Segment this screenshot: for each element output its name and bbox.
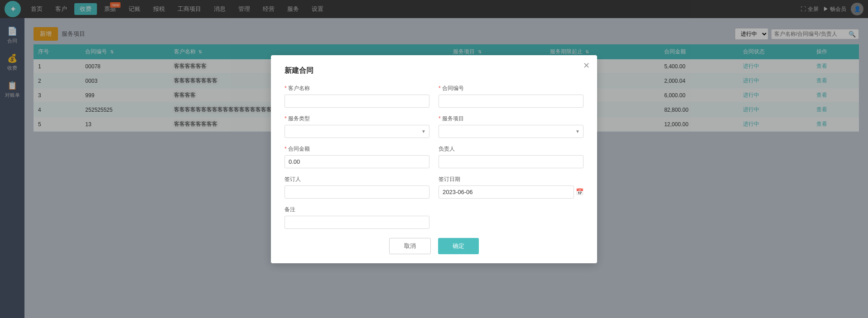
field-amount: 合同金额 xyxy=(285,145,429,168)
label-remarks: 备注 xyxy=(285,206,429,214)
cancel-button[interactable]: 取消 xyxy=(389,238,431,254)
modal-title: 新建合同 xyxy=(285,66,583,76)
field-remarks: 备注 xyxy=(285,206,429,229)
form-row-4: 签订人 签订日期 📅 xyxy=(285,176,583,199)
calendar-icon[interactable]: 📅 xyxy=(576,188,583,195)
field-signer: 签订人 xyxy=(285,176,429,199)
field-service-type: 服务类型 xyxy=(285,115,429,138)
modal-overlay: ✕ 新建合同 客户名称 合同编号 服务类型 xyxy=(0,0,868,318)
input-contract-no[interactable] xyxy=(439,95,583,108)
select-wrap-service-item xyxy=(439,125,583,138)
form-row-1: 客户名称 合同编号 xyxy=(285,85,583,108)
confirm-button[interactable]: 确定 xyxy=(438,238,479,254)
field-contract-no: 合同编号 xyxy=(439,85,583,108)
input-signer[interactable] xyxy=(285,185,429,199)
field-responsible: 负责人 xyxy=(439,145,583,168)
label-contract-no: 合同编号 xyxy=(439,85,583,92)
label-signer: 签订人 xyxy=(285,176,429,183)
label-amount: 合同金额 xyxy=(285,145,429,153)
form-row-3: 合同金额 负责人 xyxy=(285,145,583,168)
sign-date-wrapper: 📅 xyxy=(439,185,583,199)
field-sign-date: 签订日期 📅 xyxy=(439,176,583,199)
label-service-type: 服务类型 xyxy=(285,115,429,123)
modal-footer: 取消 确定 xyxy=(285,238,583,254)
select-service-type[interactable] xyxy=(285,125,429,138)
label-sign-date: 签订日期 xyxy=(439,176,583,183)
input-amount[interactable] xyxy=(285,155,429,168)
input-remarks[interactable] xyxy=(285,216,429,229)
select-service-item[interactable] xyxy=(439,125,583,138)
label-customer: 客户名称 xyxy=(285,85,429,92)
label-service-item: 服务项目 xyxy=(439,115,583,123)
select-wrap-service-type xyxy=(285,125,429,138)
input-responsible[interactable] xyxy=(439,155,583,168)
label-responsible: 负责人 xyxy=(439,145,583,153)
form-row-5: 备注 xyxy=(285,206,583,229)
form-row-2: 服务类型 服务项目 xyxy=(285,115,583,138)
field-service-item: 服务项目 xyxy=(439,115,583,138)
input-customer[interactable] xyxy=(285,95,429,108)
modal-close-button[interactable]: ✕ xyxy=(583,61,590,71)
input-sign-date[interactable] xyxy=(439,185,574,199)
new-contract-modal: ✕ 新建合同 客户名称 合同编号 服务类型 xyxy=(271,55,597,263)
field-customer: 客户名称 xyxy=(285,85,429,108)
